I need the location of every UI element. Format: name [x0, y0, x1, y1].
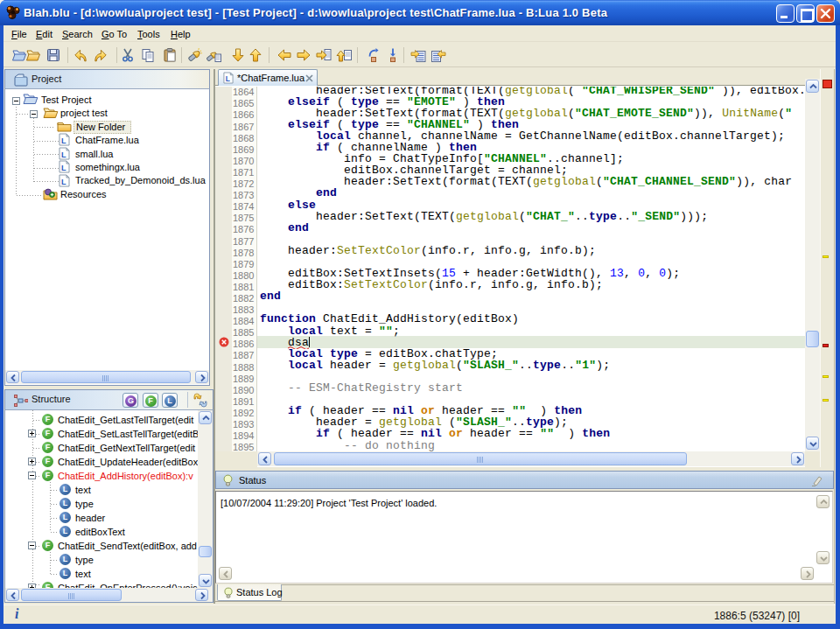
svg-text:L: L — [61, 178, 66, 186]
svg-text:L: L — [61, 164, 66, 172]
svg-text:L: L — [226, 74, 230, 83]
svg-text:L: L — [61, 150, 66, 159]
svg-text:L: L — [61, 136, 66, 145]
